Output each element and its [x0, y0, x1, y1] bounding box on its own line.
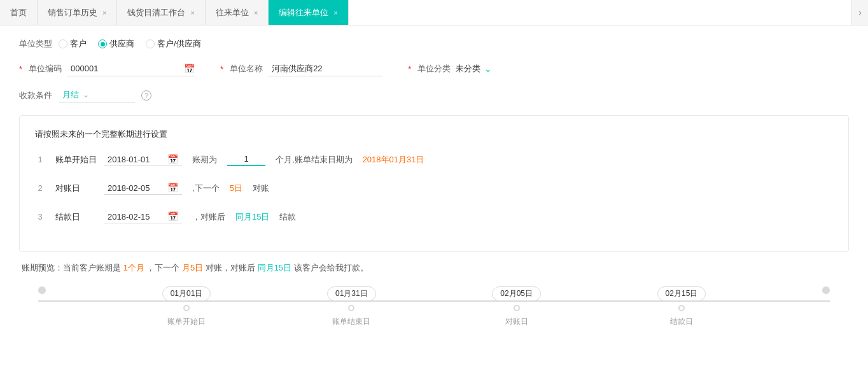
unit-name-star: *	[220, 64, 223, 74]
row-2-date-field[interactable]	[108, 183, 165, 193]
timeline-right-dot	[822, 286, 830, 294]
tab-bar: 首页 销售订单历史 × 钱货日清工作台 × 往来单位 × 编辑往来单位 × ›	[0, 0, 868, 25]
unit-name-group: * 单位名称	[220, 61, 382, 76]
tab-home[interactable]: 首页	[0, 0, 38, 25]
row-3-num: 3	[35, 212, 45, 222]
tab-partner-label: 往来单位	[216, 7, 249, 18]
timeline-badge-2: 01月31日	[327, 286, 376, 301]
unit-category-group: * 单位分类 未分类 ⌄	[408, 63, 492, 74]
payment-condition-select[interactable]: 月结 ⌄	[59, 88, 135, 102]
row-1-num: 1	[35, 155, 45, 164]
unit-category-label: 单位分类	[417, 63, 451, 74]
radio-both-label: 客户/供应商	[157, 38, 201, 50]
unit-name-input[interactable]	[268, 61, 382, 76]
preview-mid1: ，下一个	[146, 263, 179, 272]
timeline-right-end	[822, 286, 830, 327]
unit-category-chevron-icon: ⌄	[484, 64, 492, 74]
preview-reconcile: 月5日	[182, 263, 203, 272]
row-1-calendar-icon[interactable]: 📅	[167, 154, 178, 164]
radio-supplier-circle	[98, 39, 107, 48]
unit-type-row: 单位类型 客户 供应商 客户/供应商	[19, 38, 849, 50]
unit-category-select[interactable]: 未分类 ⌄	[456, 63, 492, 74]
timeline-start-end	[38, 286, 46, 327]
radio-both[interactable]: 客户/供应商	[146, 38, 201, 50]
row-1-end-date: 2018年01月31日	[363, 154, 424, 165]
row-1-desc-prefix: 账期为	[192, 154, 217, 165]
payment-condition-chevron-icon: ⌄	[83, 90, 89, 99]
preview-suffix: 该客户会给我打款。	[294, 263, 368, 272]
radio-supplier[interactable]: 供应商	[98, 38, 134, 50]
tab-overflow-arrow[interactable]: ›	[851, 0, 868, 25]
preview-label: 账期预览：当前客户账期是	[22, 263, 121, 272]
timeline-dot-3	[514, 305, 520, 311]
unit-type-label: 单位类型	[19, 38, 52, 50]
payment-condition-value: 月结	[62, 89, 79, 101]
timeline-label-3: 对账日	[505, 316, 528, 327]
row-1-period-input[interactable]	[227, 153, 265, 166]
row-2-calendar-icon[interactable]: 📅	[167, 183, 178, 193]
row-3-desc-suffix: 结款	[279, 211, 296, 223]
unit-code-star: *	[19, 64, 22, 74]
timeline-label-2: 账单结束日	[332, 316, 370, 327]
row-3-date-field[interactable]	[108, 212, 165, 222]
preview-period: 1个月	[123, 263, 144, 272]
settings-section: 请按照未来的一个完整帐期进行设置 1 账单开始日 📅 账期为 个月,账单结束日期…	[19, 115, 849, 252]
timeline-dot-2	[348, 305, 354, 311]
unit-category-value: 未分类	[456, 63, 480, 74]
unit-category-star: *	[408, 64, 411, 74]
row-1-field: 账单开始日	[55, 154, 94, 165]
radio-customer[interactable]: 客户	[59, 38, 87, 50]
tab-edit-partner-label: 编辑往来单位	[279, 7, 328, 18]
payment-condition-label: 收款条件	[19, 90, 52, 101]
timeline-dot-4	[678, 305, 685, 311]
tab-home-label: 首页	[10, 7, 27, 18]
row-3-date-input: 📅	[104, 210, 182, 223]
row-2-highlight: 5日	[230, 183, 242, 194]
tab-sales-history-close[interactable]: ×	[102, 9, 106, 17]
row-1-desc-mid: 个月,账单结束日期为	[276, 154, 353, 165]
unit-code-input-group: 📅	[67, 61, 195, 76]
timeline-badge-4: 02月15日	[657, 286, 706, 301]
timeline-points: 01月01日 账单开始日 01月31日 账单结束日 02月05日 对账日 02月…	[38, 286, 830, 327]
unit-code-input[interactable]	[67, 61, 181, 76]
row-3-desc-prefix: ，对账后	[192, 211, 225, 223]
preview-section: 账期预览：当前客户账期是 1个月 ，下一个 月5日 对账，对账后 同月15日 该…	[19, 262, 849, 274]
main-content: 单位类型 客户 供应商 客户/供应商 * 单位编码 📅	[0, 25, 868, 387]
unit-type-radio-group: 客户 供应商 客户/供应商	[59, 38, 201, 50]
row-2-field: 对账日	[55, 183, 94, 194]
payment-condition-row: 收款条件 月结 ⌄ ?	[19, 88, 849, 102]
tab-edit-partner-close[interactable]: ×	[333, 9, 337, 17]
tab-cashwork-close[interactable]: ×	[190, 9, 194, 17]
setting-row-2: 2 对账日 📅 ,下一个 5日 对账	[35, 181, 833, 195]
row-3-field: 结款日	[55, 211, 94, 223]
row-1-date-field[interactable]	[108, 155, 165, 164]
radio-both-circle	[146, 39, 155, 48]
preview-payment: 同月15日	[258, 263, 291, 272]
unit-details-row: * 单位编码 📅 * 单位名称 * 单位分类 未分类 ⌄	[19, 61, 849, 76]
payment-help-icon[interactable]: ?	[141, 90, 151, 101]
radio-supplier-label: 供应商	[109, 38, 134, 50]
radio-customer-circle	[59, 39, 67, 48]
unit-code-group: * 单位编码 📅	[19, 61, 195, 76]
row-2-date-input: 📅	[104, 181, 182, 195]
timeline-label-1: 账单开始日	[167, 316, 206, 327]
tab-edit-partner[interactable]: 编辑往来单位 ×	[269, 0, 348, 25]
timeline-point-3: 02月05日 对账日	[492, 286, 541, 327]
unit-code-calendar-icon[interactable]: 📅	[184, 64, 195, 74]
row-1-date-input: 📅	[104, 153, 182, 166]
timeline-left-dot	[38, 286, 46, 294]
timeline-badge-3: 02月05日	[492, 286, 541, 301]
preview-mid2: 对账，对账后	[206, 263, 255, 272]
row-2-desc-prefix: ,下一个	[192, 183, 220, 194]
tab-partner-close[interactable]: ×	[254, 9, 258, 17]
tab-partner[interactable]: 往来单位 ×	[206, 0, 269, 25]
settings-section-title: 请按照未来的一个完整帐期进行设置	[35, 129, 833, 140]
setting-row-3: 3 结款日 📅 ，对账后 同月15日 结款	[35, 210, 833, 223]
tab-cashwork[interactable]: 钱货日清工作台 ×	[117, 0, 205, 25]
tab-sales-history[interactable]: 销售订单历史 ×	[38, 0, 117, 25]
tab-sales-history-label: 销售订单历史	[48, 7, 97, 18]
row-3-calendar-icon[interactable]: 📅	[167, 211, 178, 222]
timeline-badge-1: 01月01日	[162, 286, 211, 301]
unit-code-label: 单位编码	[29, 63, 62, 74]
row-3-highlight: 同月15日	[235, 211, 269, 223]
